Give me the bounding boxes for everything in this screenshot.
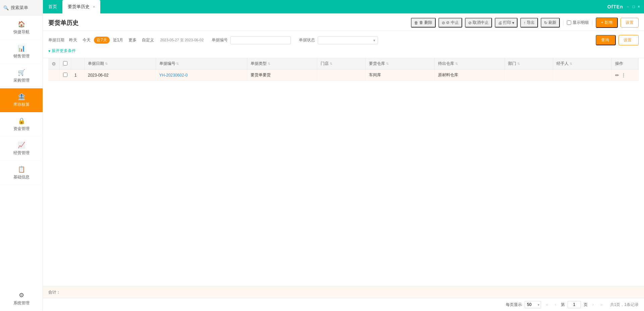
expand-more-button[interactable]: ▾ 展开更多条件 <box>48 48 639 54</box>
sidebar-item-label: 资金管理 <box>13 126 30 132</box>
window-minimize-button[interactable]: － <box>626 4 630 10</box>
next-page-button[interactable]: › <box>590 302 596 308</box>
pagination-info: 共1页，1条记录 <box>610 302 639 308</box>
row-store <box>317 70 366 81</box>
refresh-button[interactable]: ↻ 刷新 <box>541 18 560 28</box>
date-filter-label: 单据日期 <box>48 37 64 43</box>
status-select[interactable] <box>318 36 378 44</box>
sidebar-item-basic-info[interactable]: 📋 基础信息 <box>0 161 43 185</box>
print-dropdown-icon: ▾ <box>512 20 514 25</box>
date-btn-last7days[interactable]: 近7天 <box>94 37 110 44</box>
th-settings[interactable]: ⚙ <box>48 58 60 70</box>
sidebar-item-quick-nav[interactable]: 🏠 快捷导航 <box>0 16 43 40</box>
per-page-select[interactable]: 50 10 20 100 <box>525 301 541 308</box>
new-button[interactable]: + 新增 <box>596 17 618 28</box>
date-range-display: 2023-05-27 至 2023-06-02 <box>160 38 204 43</box>
expand-icon: ▾ <box>48 49 50 53</box>
content: 要货单历史 🗑 🗑 删除 ⊘ ⊘ 中止 ⊘ 取消中止 � <box>43 13 644 311</box>
row-index: 1 <box>71 70 85 81</box>
query-button[interactable]: 查询 <box>596 35 616 45</box>
purchase-icon: 🛒 <box>18 69 25 76</box>
sidebar-search[interactable]: 🔍 搜索菜单 <box>0 0 43 16</box>
th-pending-warehouse[interactable]: 待出仓库 <box>435 58 505 70</box>
th-doc-type[interactable]: 单据类型 <box>247 58 317 70</box>
home-icon: 🏠 <box>18 20 25 28</box>
tab-close-button[interactable]: × <box>93 5 95 9</box>
tab-requisition-history[interactable]: 要货单历史 × <box>62 0 100 13</box>
display-detail-check[interactable] <box>567 20 571 25</box>
delete-button[interactable]: 🗑 🗑 删除 <box>411 18 436 28</box>
status-filter-label: 单据状态 <box>299 37 315 43</box>
sidebar-item-purchase[interactable]: 🛒 采购管理 <box>0 64 43 88</box>
date-btn-custom[interactable]: 自定义 <box>140 37 156 44</box>
window-close-button[interactable]: × <box>638 4 640 9</box>
date-btn-last-month[interactable]: 近1月 <box>111 37 125 44</box>
row-department <box>505 70 553 81</box>
date-btn-more[interactable]: 更多 <box>126 37 139 44</box>
row-req-warehouse: 车间库 <box>366 70 435 81</box>
summary-label: 合计： <box>48 290 60 295</box>
th-store[interactable]: 门店 <box>317 58 366 70</box>
sidebar-item-finance[interactable]: 🔒 资金管理 <box>0 113 43 137</box>
stop-button[interactable]: ⊘ ⊘ 中止 <box>438 18 462 28</box>
page-input[interactable] <box>568 301 581 308</box>
th-doc-date[interactable]: 单据日期 <box>85 58 156 70</box>
basic-info-icon: 📋 <box>18 166 25 173</box>
doc-no-filter: 单据编号 <box>212 36 291 44</box>
row-doc-no-link[interactable]: YH-20230602-0 <box>159 73 188 78</box>
settings-button[interactable]: 设置 <box>621 18 639 28</box>
th-handler[interactable]: 经手人 <box>553 58 612 70</box>
doc-no-filter-label: 单据编号 <box>212 37 228 43</box>
th-doc-no[interactable]: 单据编号 <box>156 58 247 70</box>
last-page-button[interactable]: » <box>598 302 605 308</box>
table-area: ⚙ 单据日期 单据编号 单据类型 门店 要货仓库 待出仓库 部门 <box>43 58 644 286</box>
date-btn-yesterday[interactable]: 昨天 <box>67 37 79 44</box>
prev-page-button[interactable]: ‹ <box>553 302 558 308</box>
toolbar-separator-2 <box>592 20 592 26</box>
print-button[interactable]: 🖨 打印 ▾ <box>495 18 518 28</box>
operation-icon: 📈 <box>18 141 25 149</box>
date-btn-today[interactable]: 今天 <box>80 37 93 44</box>
select-all-checkbox[interactable] <box>63 61 67 65</box>
sidebar-item-label: 采购管理 <box>13 78 30 83</box>
topbar: 首页 要货单历史 × OfTEn － □ × <box>43 0 644 13</box>
inventory-icon: 🏦 <box>18 93 25 100</box>
row-actions-cell: ✏ ⋮ <box>612 70 639 81</box>
date-buttons: 昨天 今天 近7天 近1月 更多 自定义 <box>67 37 156 44</box>
sidebar-item-system[interactable]: ⚙ 系统管理 <box>0 287 43 311</box>
display-detail-checkbox[interactable]: 显示明细 <box>567 20 589 26</box>
sidebar: 🔍 搜索菜单 🏠 快捷导航 📊 销售管理 🛒 采购管理 🏦 库存核算 🔒 资金管… <box>0 0 43 311</box>
filter-area: 单据日期 昨天 今天 近7天 近1月 更多 自定义 2023-05-27 至 2… <box>43 31 644 58</box>
status-filter: 单据状态 <box>299 36 378 44</box>
data-table: ⚙ 单据日期 单据编号 单据类型 门店 要货仓库 待出仓库 部门 <box>48 58 639 81</box>
filter-settings-button[interactable]: 设置 <box>619 35 639 45</box>
stop-icon: ⊘ <box>442 20 445 25</box>
sidebar-item-label: 销售管理 <box>13 53 30 59</box>
row-doc-date: 2023-06-02 <box>85 70 156 81</box>
page-label: 第 <box>561 302 565 308</box>
row-pending-warehouse: 原材料仓库 <box>435 70 505 81</box>
row-checkbox[interactable] <box>63 73 67 77</box>
doc-no-input[interactable] <box>230 36 291 44</box>
page-title: 要货单历史 <box>48 19 78 27</box>
sales-icon: 📊 <box>18 45 25 52</box>
sidebar-item-label: 快捷导航 <box>13 29 30 35</box>
window-maximize-button[interactable]: □ <box>633 4 635 9</box>
row-edit-button[interactable]: ✏ <box>615 73 619 78</box>
cancel-stop-icon: ⊘ <box>468 20 472 25</box>
sidebar-item-inventory[interactable]: 🏦 库存核算 <box>0 88 43 113</box>
first-page-button[interactable]: « <box>544 302 550 308</box>
export-button[interactable]: ↑ 导出 <box>520 18 538 28</box>
th-req-warehouse[interactable]: 要货仓库 <box>366 58 435 70</box>
delete-icon: 🗑 <box>414 20 418 25</box>
th-department[interactable]: 部门 <box>505 58 553 70</box>
tab-requisition-history-label: 要货单历史 <box>68 4 90 10</box>
table-row: 1 2023-06-02 YH-20230602-0 要货单要货 车间库 原材料… <box>48 70 639 81</box>
sidebar-item-operation[interactable]: 📈 经营管理 <box>0 137 43 161</box>
row-more-button[interactable]: ⋮ <box>621 73 626 78</box>
tab-home[interactable]: 首页 <box>43 0 62 13</box>
cancel-stop-button[interactable]: ⊘ 取消中止 <box>465 18 492 28</box>
per-page-label: 每页显示 <box>506 302 522 308</box>
sidebar-search-label: 搜索菜单 <box>11 5 28 11</box>
sidebar-item-sales[interactable]: 📊 销售管理 <box>0 40 43 64</box>
